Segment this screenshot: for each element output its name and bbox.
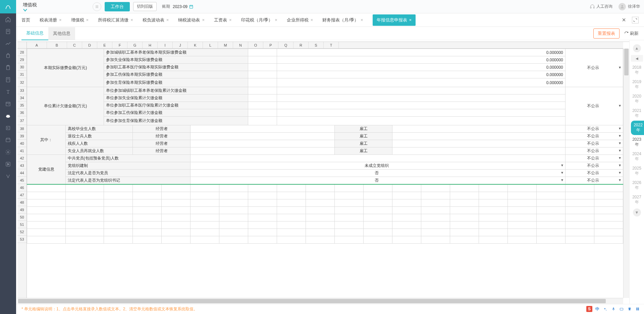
cell[interactable] — [392, 199, 421, 206]
year-2023年[interactable]: 2023年 — [630, 135, 644, 149]
cell[interactable] — [104, 221, 133, 229]
cell[interactable] — [277, 102, 566, 109]
row-header-44[interactable]: 44 — [17, 169, 26, 177]
cell[interactable]: 否▾ — [191, 177, 566, 185]
row-header-45[interactable]: 45 — [17, 177, 26, 184]
dropdown-arrow-icon[interactable]: ▾ — [619, 148, 621, 153]
cell[interactable]: 不公示▾ — [565, 147, 623, 155]
cell[interactable] — [364, 214, 392, 221]
cell[interactable] — [594, 229, 623, 236]
cell[interactable] — [133, 236, 162, 243]
cell[interactable]: 雇工 — [335, 140, 392, 147]
cell[interactable] — [27, 229, 66, 236]
cell[interactable] — [104, 206, 133, 214]
col-header-S[interactable]: S — [309, 42, 324, 48]
tab-7[interactable]: 印花税（月/季）× — [241, 17, 277, 23]
nav-clipboard-icon[interactable] — [0, 62, 16, 74]
row-header-50[interactable]: 50 — [17, 213, 26, 221]
row-header-42[interactable]: 42 — [17, 154, 26, 162]
cell[interactable] — [191, 229, 219, 236]
cell[interactable] — [479, 184, 507, 192]
cell[interactable] — [335, 199, 364, 206]
cell[interactable] — [421, 229, 450, 236]
cell[interactable]: 不公示▾ — [565, 87, 623, 125]
cell[interactable] — [421, 184, 450, 192]
close-icon[interactable]: × — [86, 17, 89, 22]
cell[interactable] — [277, 95, 566, 102]
cell[interactable] — [364, 184, 392, 192]
cell[interactable] — [65, 221, 104, 229]
tab-6[interactable]: 工资表× — [214, 17, 232, 23]
cell[interactable] — [27, 206, 66, 214]
list-icon[interactable] — [93, 2, 101, 11]
app-logo[interactable] — [0, 0, 16, 13]
cell[interactable] — [133, 221, 162, 229]
nav-money-icon[interactable] — [0, 50, 16, 62]
dropdown-arrow-icon[interactable]: ▾ — [619, 163, 621, 168]
cell[interactable]: 其中： — [27, 125, 66, 155]
cell[interactable] — [536, 184, 565, 192]
cell[interactable] — [479, 214, 507, 221]
close-icon[interactable]: × — [409, 17, 412, 22]
row-header-35[interactable]: 35 — [17, 102, 26, 109]
cell[interactable] — [306, 184, 335, 192]
cell[interactable] — [248, 236, 277, 243]
cell[interactable] — [162, 184, 191, 192]
cell[interactable]: 参加失业保险本期实际缴费金额 — [104, 56, 248, 64]
col-header-C[interactable]: C — [67, 42, 82, 48]
cell[interactable]: 法定代表人是否为党组织书记 — [65, 177, 191, 185]
cell[interactable] — [219, 206, 248, 214]
cell[interactable] — [248, 78, 277, 87]
cell[interactable] — [248, 184, 277, 192]
cell[interactable] — [392, 236, 421, 243]
horizontal-scroll-thumb[interactable] — [18, 299, 606, 303]
cell[interactable]: 高校毕业生人数 — [65, 125, 133, 133]
col-header-I[interactable]: I — [158, 42, 173, 48]
cell[interactable] — [191, 133, 335, 140]
cell[interactable] — [306, 199, 335, 206]
cell[interactable] — [392, 140, 565, 147]
col-header-Q[interactable]: Q — [278, 42, 293, 48]
cell[interactable] — [565, 184, 594, 192]
subtab-basic[interactable]: 基础信息 — [21, 27, 48, 40]
cell[interactable]: 0.000000 — [277, 78, 566, 87]
cell[interactable] — [392, 147, 565, 155]
tab-2[interactable]: 增值税× — [71, 17, 89, 23]
cell[interactable] — [594, 221, 623, 229]
cell[interactable] — [335, 221, 364, 229]
dropdown-arrow-icon[interactable]: ▾ — [619, 170, 621, 175]
cell[interactable] — [450, 229, 479, 236]
cell[interactable] — [306, 214, 335, 221]
dropdown-arrow-icon[interactable]: ▾ — [619, 141, 621, 145]
cell[interactable] — [536, 199, 565, 206]
cell[interactable] — [594, 206, 623, 214]
col-header-T[interactable]: T — [324, 42, 339, 48]
row-header-38[interactable]: 38 — [17, 125, 26, 132]
cell[interactable]: 不公示▾ — [565, 140, 623, 147]
cell[interactable] — [133, 229, 162, 236]
cell[interactable]: 经营者 — [133, 140, 191, 147]
dropdown-arrow-icon[interactable]: ▾ — [561, 170, 563, 175]
cell[interactable] — [421, 221, 450, 229]
cell[interactable]: 参加工伤保险本期实际缴费金额 — [104, 71, 248, 78]
cell[interactable] — [248, 95, 277, 102]
cell[interactable] — [507, 214, 536, 221]
cell[interactable] — [594, 199, 623, 206]
cell[interactable] — [248, 87, 277, 95]
grid-body[interactable]: 本期实际缴费金额(万元)参加城镇职工基本养老保险本期实际缴费金额0.000000… — [27, 49, 623, 298]
cell[interactable] — [133, 206, 162, 214]
col-header-F[interactable]: F — [112, 42, 127, 48]
cell[interactable] — [248, 64, 277, 71]
ime-s-icon[interactable]: S — [586, 306, 592, 312]
reset-report-button[interactable]: 重置报表 — [593, 28, 620, 39]
cell[interactable] — [248, 199, 277, 206]
close-icon[interactable]: × — [130, 17, 133, 22]
cell[interactable] — [450, 214, 479, 221]
cell[interactable] — [277, 199, 306, 206]
cell[interactable]: 法定代表人是否为党员 — [65, 170, 191, 177]
dropdown-arrow-icon[interactable]: ▾ — [619, 103, 621, 108]
row-header-28[interactable]: 28 — [17, 49, 26, 56]
close-icon[interactable]: × — [229, 17, 232, 22]
cell[interactable]: 不公示▾ — [565, 133, 623, 140]
cell[interactable] — [133, 192, 162, 199]
